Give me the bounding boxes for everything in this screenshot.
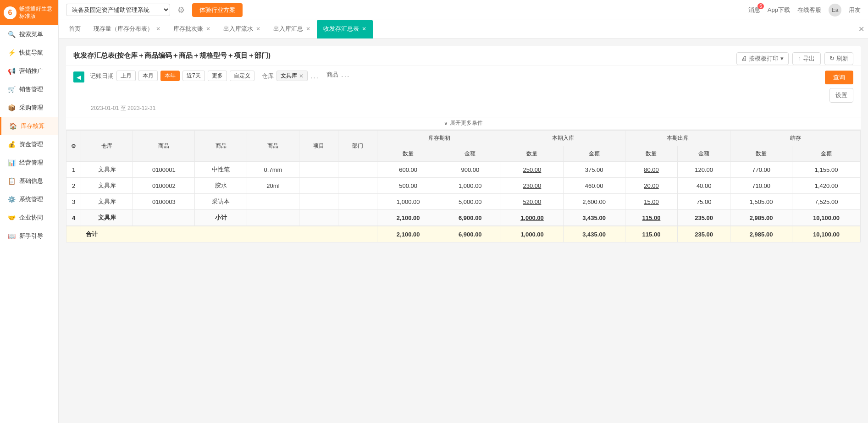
cart-icon: 🛒 [7,86,16,93]
row-out-qty-link[interactable]: 15.00 [644,198,659,205]
close-icon[interactable]: ✕ [362,26,366,32]
sidebar-item-inventory[interactable]: 🏠 库存核算 [0,117,58,135]
row-opening-qty: 1,000.00 [377,194,439,210]
sidebar: 6 畅捷通好生意 标准版 🔍 搜索菜单 ⚡ 快捷导航 📢 营销推广 🛒 销售管理… [0,0,59,423]
page-header: 收发存汇总表(按仓库＋商品编码＋商品＋规格型号＋项目＋部门) 🖨 按模板打印 ▾… [66,46,861,66]
row-in-qty-link[interactable]: 1,000.00 [520,214,544,221]
setting-button[interactable]: 设置 [829,88,853,103]
tab-home[interactable]: 首页 [62,20,87,38]
tab-summary[interactable]: 出入库汇总 ✕ [267,20,317,38]
query-button[interactable]: 查询 [825,71,853,84]
row-code: 0100003 [133,194,195,210]
sidebar-item-sales[interactable]: 🛒 销售管理 [0,80,58,99]
sidebar-item-label: 搜索菜单 [19,30,43,38]
warehouse-more-button[interactable]: ... [310,72,319,80]
expand-more-button[interactable]: ∨ 展开更多条件 [444,119,483,127]
trial-button[interactable]: 体验行业方案 [192,3,243,17]
tab-receipt-summary[interactable]: 收发存汇总表 ✕ [317,20,373,38]
row-in-qty-link[interactable]: 520.00 [523,198,542,205]
system-select[interactable]: 装备及固定资产辅助管理系统 [66,4,170,16]
row-out-qty-link[interactable]: 20.00 [644,182,659,189]
sidebar-item-label: 快捷导航 [19,49,43,57]
row-spec [247,194,299,210]
footer-in-amt: 3,435.00 [563,226,625,242]
row-balance-qty: 1,505.00 [730,194,792,210]
row-opening-qty: 500.00 [377,178,439,194]
out-qty-header: 数量 [625,146,678,162]
chevron-down-icon: ▾ [780,55,784,62]
row-warehouse: 文具库 [81,210,133,226]
data-table: ⚙ 仓库 商品 商品 商品 项目 部门 库存期初 本期入库 本期出库 结存 [66,130,861,242]
handshake-icon: 🤝 [7,214,16,221]
row-number: 4 [66,210,81,226]
refresh-icon: ↻ [829,55,835,62]
sidebar-item-finance[interactable]: 💰 资金管理 [0,135,58,154]
row-out-qty-link[interactable]: 80.00 [644,166,659,173]
page-title: 收发存汇总表(按仓库＋商品编码＋商品＋规格型号＋项目＋部门) [73,51,271,60]
row-out-amt: 75.00 [678,194,730,210]
more-date-btn[interactable]: 更多 [208,71,227,81]
sidebar-item-marketing[interactable]: 📢 营销推广 [0,62,58,80]
close-icon[interactable]: ✕ [156,26,160,32]
row-out-qty-link[interactable]: 115.00 [642,214,661,221]
close-icon[interactable]: ✕ [206,26,210,32]
sidebar-item-operation[interactable]: 📊 经营管理 [0,154,58,172]
row-project [299,194,338,210]
close-all-tabs-button[interactable]: ✕ [858,25,864,33]
print-button[interactable]: 🖨 按模板打印 ▾ [736,52,789,65]
close-icon[interactable]: ✕ [306,26,310,32]
row-in-qty-link[interactable]: 250.00 [523,166,542,173]
money-icon: 💰 [7,141,16,148]
row-out-qty: 20.00 [625,178,678,194]
custom-date-btn[interactable]: 自定义 [230,71,254,81]
last-7-days-btn[interactable]: 近7天 [182,71,205,81]
tab-inventory-dist[interactable]: 现存量（库存分布表） ✕ [87,20,167,38]
sidebar-item-purchase[interactable]: 📦 采购管理 [0,99,58,117]
table-footer: 合计 2,100.00 6,900.00 1,000.00 3,435.00 1… [66,226,861,242]
app-download-link[interactable]: App下载 [768,6,790,14]
this-month-btn[interactable]: 本月 [138,71,158,81]
sidebar-item-label: 销售管理 [19,85,43,93]
message-badge-wrapper[interactable]: 消息 6 [748,6,760,14]
table-row: 2文具库0100002胶水20ml500.001,000.00230.00460… [66,178,861,194]
close-icon[interactable]: ✕ [256,26,260,32]
sidebar-item-enterprise[interactable]: 🤝 企业协同 [0,209,58,227]
tab-batch[interactable]: 库存批次账 ✕ [167,20,217,38]
online-service-link[interactable]: 在线客服 [797,6,821,14]
row-in-qty-link[interactable]: 230.00 [523,182,542,189]
last-month-btn[interactable]: 上月 [116,71,136,81]
settings-icon[interactable]: ⚙ [177,5,185,15]
sidebar-item-quick[interactable]: ⚡ 快捷导航 [0,44,58,62]
row-in-qty: 230.00 [501,178,563,194]
row-number: 3 [66,194,81,210]
row-name: 中性笔 [195,162,247,178]
footer-out-qty: 115.00 [625,226,678,242]
row-out-qty: 15.00 [625,194,678,210]
sidebar-item-label: 新手引导 [19,232,43,240]
sidebar-item-basic[interactable]: 📋 基础信息 [0,172,58,190]
this-year-btn[interactable]: 本年 [160,71,180,81]
sidebar-title-line1: 畅捷通好生意 [19,5,52,13]
sidebar-item-label: 库存核算 [21,122,44,130]
remove-warehouse-button[interactable]: ✕ [299,73,304,79]
sidebar-item-search[interactable]: 🔍 搜索菜单 [0,25,58,44]
row-project [299,210,338,226]
row-in-amt: 460.00 [563,178,625,194]
footer-balance-amt: 10,100.00 [792,226,861,242]
sidebar-item-guide[interactable]: 📖 新手引导 [0,227,58,245]
settings-column-header[interactable]: ⚙ [66,131,81,162]
refresh-button[interactable]: ↻ 刷新 [824,52,853,65]
tab-flow[interactable]: 出入库流水 ✕ [217,20,267,38]
table-row: 3文具库0100003采访本1,000.005,000.00520.002,60… [66,194,861,210]
row-warehouse: 文具库 [81,178,133,194]
collapse-filter-button[interactable]: ◀ [73,71,84,82]
header-actions: 🖨 按模板打印 ▾ ↑ 导出 ↻ 刷新 [736,52,853,65]
sidebar-item-system[interactable]: ⚙️ 系统管理 [0,190,58,209]
row-opening-amt: 900.00 [439,162,501,178]
goods-more-button[interactable]: ... [341,71,350,79]
spec-column-header: 商品 [247,131,299,162]
name-column-header: 商品 [195,131,247,162]
export-button[interactable]: ↑ 导出 [792,52,821,65]
period-out-header: 本期出库 [625,131,730,146]
code-column-header: 商品 [133,131,195,162]
